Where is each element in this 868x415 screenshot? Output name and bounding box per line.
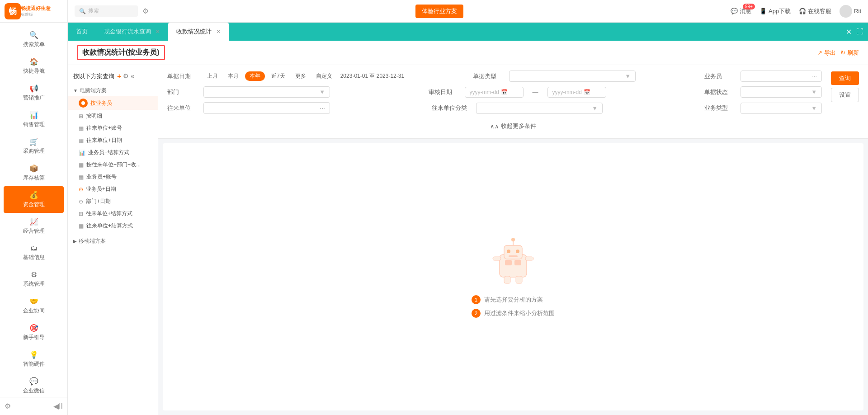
sidebar-item-finance[interactable]: 💰 资金管理 <box>4 186 64 213</box>
footer-collapse-icon[interactable]: ◀II <box>53 402 63 410</box>
audit-date-from[interactable]: yyyy-mm-dd 📅 <box>465 87 524 98</box>
tree-item-partner-dept[interactable]: ▦ 按往来单位+部门+收... <box>68 159 158 171</box>
date-tab-thismonth[interactable]: 本月 <box>224 71 242 81</box>
user-area[interactable]: Rit <box>840 5 861 18</box>
page-title-box: 收款情况统计(按业务员) <box>77 45 165 60</box>
counterpart-cat-select[interactable]: ▼ <box>476 103 603 114</box>
empty-illustration <box>486 232 540 286</box>
topbar-right: 💬 消息 99+ 📱 App下载 🎧 在线客服 Rit <box>731 5 861 18</box>
logo-icon: 畅 <box>5 3 21 19</box>
tree-item-partner-date[interactable]: ▦ 往来单位+日期 <box>68 134 158 146</box>
tree-item-partner-account[interactable]: ▦ 往来单位+账号 <box>68 122 158 134</box>
online-service-item[interactable]: 🎧 在线客服 <box>799 7 831 15</box>
operation-icon: 📈 <box>29 217 38 226</box>
sidebar-label-inventory: 库存核算 <box>23 174 45 182</box>
hardware-icon: 💡 <box>29 350 38 359</box>
collapse-row: ∧∧ 收起更多条件 <box>167 117 859 133</box>
tab-expand-icon[interactable]: ⛶ <box>856 28 863 36</box>
sidebar-label-purchase: 采购管理 <box>23 147 45 155</box>
tree-item-dept-date[interactable]: ⊙ 部门+日期 <box>68 195 158 208</box>
table-icon-3: ▦ <box>79 162 84 168</box>
header-actions: ↗ 导出 ↻ 刷新 <box>817 49 859 57</box>
audit-date-to[interactable]: yyyy-mm-dd 📅 <box>547 87 606 98</box>
tab-home[interactable]: 首页 <box>68 23 96 41</box>
tree-item-detail[interactable]: ⊞ 按明细 <box>68 110 158 122</box>
search-bar[interactable]: 🔍 搜索 <box>75 5 138 17</box>
doctype-chevron-icon: ▼ <box>625 73 631 80</box>
clock-icon-1: ⊙ <box>79 186 83 193</box>
svg-rect-14 <box>516 276 522 283</box>
download-icon: 📱 <box>760 8 767 14</box>
sidebar-item-hardware[interactable]: 💡 智能硬件 <box>0 346 67 373</box>
table-icon-1: ▦ <box>79 125 84 132</box>
sidebar-item-inventory[interactable]: 📦 库存核算 <box>0 160 67 186</box>
biztype-select[interactable]: ▼ <box>741 103 822 114</box>
tab-bank-close-icon[interactable]: ✕ <box>156 28 160 35</box>
topbar-gear-icon[interactable]: ⚙ <box>142 7 149 15</box>
sales-icon: 📊 <box>29 111 38 119</box>
docstatus-select[interactable]: ▼ <box>741 86 822 98</box>
date-tab-more[interactable]: 更多 <box>292 71 310 81</box>
date-tab-7days[interactable]: 近7天 <box>268 71 289 81</box>
date-tab-lastmonth[interactable]: 上月 <box>203 71 222 81</box>
panel-add-icon[interactable]: + <box>117 72 121 80</box>
settings-button[interactable]: 设置 <box>831 88 859 102</box>
sidebar-label-search: 搜索菜单 <box>23 41 45 48</box>
tab-collection-close-icon[interactable]: ✕ <box>216 28 221 35</box>
panel-header-icons: + ⚙ « <box>117 72 134 80</box>
footer-settings-icon[interactable]: ⚙ <box>5 402 11 410</box>
refresh-button[interactable]: ↻ 刷新 <box>840 49 859 57</box>
tab-close-all-icon[interactable]: ✕ <box>846 28 852 36</box>
query-button[interactable]: 查询 <box>831 71 859 85</box>
tree-item-salesman-settle[interactable]: 📊 业务员+结算方式 <box>68 146 158 159</box>
audit-to-placeholder: yyyy-mm-dd <box>552 89 582 95</box>
app-download-item[interactable]: 📱 App下载 <box>760 7 791 15</box>
table-icon-2: ▦ <box>79 137 84 144</box>
sidebar-item-wechat[interactable]: 💬 企业微信 <box>0 373 67 397</box>
counterpart-select[interactable]: ··· <box>203 102 330 114</box>
tree-item-partner-settle2[interactable]: ▦ 往来单位+结算方式 <box>68 220 158 232</box>
grid-icon-2: ⊞ <box>79 211 83 217</box>
tree-item-partner-settle1[interactable]: ⊞ 往来单位+结算方式 <box>68 208 158 220</box>
sidebar-item-sales[interactable]: 📊 销售管理 <box>0 106 67 133</box>
sidebar-item-marketing[interactable]: 📢 营销推广 <box>0 80 67 106</box>
page-title: 收款情况统计(按业务员) <box>82 48 160 56</box>
sidebar-item-search[interactable]: 🔍 搜索菜单 <box>0 26 67 53</box>
docstatus-label: 单据状态 <box>704 88 731 96</box>
dept-select[interactable]: ▼ <box>203 86 330 98</box>
finance-icon: 💰 <box>29 191 38 199</box>
sidebar-item-guide[interactable]: 🎯 新手引导 <box>0 319 67 346</box>
panel-collapse-icon[interactable]: « <box>131 72 134 80</box>
sidebar-label-corp: 企业协同 <box>23 307 45 315</box>
panel-settings-icon[interactable]: ⚙ <box>123 72 129 80</box>
online-service-label: 在线客服 <box>808 7 831 15</box>
salesman-select[interactable]: ··· <box>741 71 822 82</box>
svg-point-4 <box>507 250 510 253</box>
tree-item-partner-dept-label: 按往来单位+部门+收... <box>86 161 141 169</box>
export-button[interactable]: ↗ 导出 <box>817 49 836 57</box>
sidebar-item-operation[interactable]: 📈 经营管理 <box>0 213 67 240</box>
sidebar-item-purchase[interactable]: 🛒 采购管理 <box>0 133 67 160</box>
trial-button[interactable]: 体验行业方案 <box>415 5 463 18</box>
tree-item-salesman-account[interactable]: ▦ 业务员+账号 <box>68 171 158 183</box>
search-placeholder: 搜索 <box>88 7 99 15</box>
svg-rect-12 <box>525 257 533 260</box>
sidebar-label-baseinfo: 基础信息 <box>23 254 45 261</box>
tab-bank[interactable]: 现金银行流水查询 ✕ <box>96 23 168 41</box>
chevron-down-icon: ▼ <box>73 88 78 93</box>
sidebar-item-corp[interactable]: 🤝 企业协同 <box>0 292 67 319</box>
date-tab-thisyear[interactable]: 本年 <box>245 71 265 81</box>
date-tab-custom[interactable]: 自定义 <box>312 71 336 81</box>
tab-collection[interactable]: 收款情况统计 ✕ <box>168 23 229 41</box>
tree-item-salesman-date[interactable]: ⊙ 业务员+日期 <box>68 183 158 195</box>
message-item[interactable]: 💬 消息 99+ <box>731 7 751 15</box>
doctype-select[interactable]: ▼ <box>509 71 636 82</box>
tree-group-desktop-label[interactable]: ▼ 电脑端方案 <box>68 85 158 96</box>
tree-item-salesman[interactable]: 按业务员 <box>68 96 158 110</box>
sidebar-item-quicknav[interactable]: 🏠 快捷导航 <box>0 53 67 80</box>
tree-group-mobile-label[interactable]: ▶ 移动端方案 <box>68 236 158 247</box>
sidebar-item-baseinfo[interactable]: 🗂 基础信息 <box>0 240 67 266</box>
logo-area: 畅 畅捷通好生意 标准版 <box>0 0 67 23</box>
sidebar-item-system[interactable]: ⚙ 系统管理 <box>0 266 67 292</box>
collapse-button[interactable]: ∧∧ 收起更多条件 <box>487 119 539 133</box>
